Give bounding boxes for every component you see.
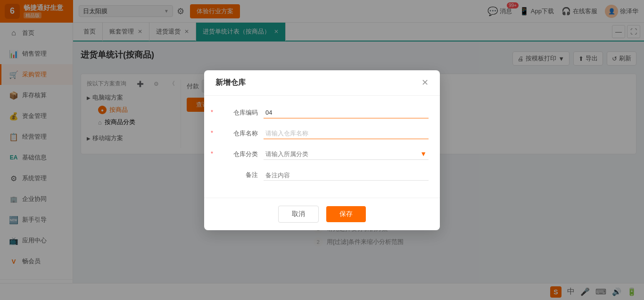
- warehouse-category-label: 仓库分类: [215, 150, 258, 158]
- warehouse-category-input[interactable]: [264, 149, 429, 159]
- warehouse-category-row: 仓库分类 ▼: [215, 149, 429, 160]
- warehouse-category-wrapper: ▼: [264, 149, 429, 160]
- modal-title: 新增仓库: [215, 78, 246, 88]
- modal-body: 仓库编码 仓库名称 仓库分类 ▼ 备注: [204, 96, 440, 198]
- notes-label: 备注: [215, 171, 258, 179]
- modal-overlay: 新增仓库 ✕ 仓库编码 仓库名称 仓库分类 ▼: [0, 0, 644, 300]
- modal-close-btn[interactable]: ✕: [421, 78, 429, 87]
- save-btn[interactable]: 保存: [326, 206, 366, 222]
- notes-row: 备注: [215, 169, 429, 181]
- warehouse-name-label: 仓库名称: [215, 129, 258, 138]
- notes-input[interactable]: [264, 169, 429, 181]
- modal-header: 新增仓库 ✕: [204, 70, 440, 96]
- warehouse-code-input[interactable]: [264, 107, 429, 118]
- warehouse-code-row: 仓库编码: [215, 107, 429, 118]
- category-dropdown-icon[interactable]: ▼: [420, 150, 427, 158]
- cancel-btn[interactable]: 取消: [278, 206, 319, 223]
- warehouse-name-row: 仓库名称: [215, 128, 429, 139]
- warehouse-name-input[interactable]: [264, 128, 429, 139]
- warehouse-code-label: 仓库编码: [215, 108, 258, 117]
- modal-footer: 取消 保存: [204, 198, 440, 230]
- new-warehouse-modal: 新增仓库 ✕ 仓库编码 仓库名称 仓库分类 ▼: [204, 70, 440, 230]
